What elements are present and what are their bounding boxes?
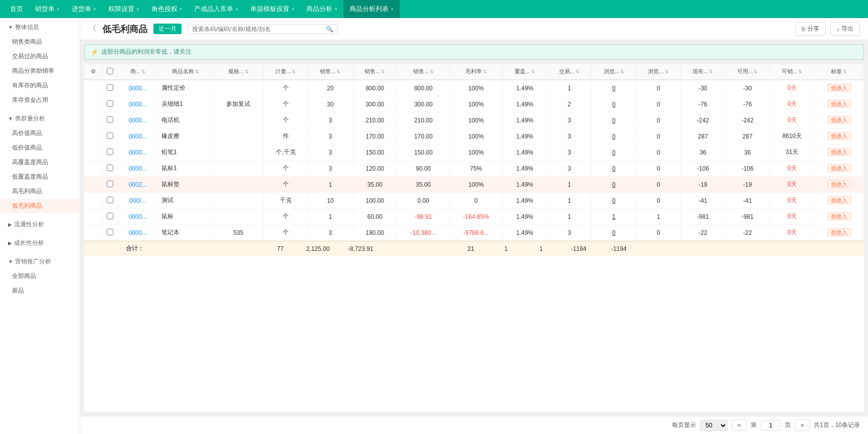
sidebar-item-category-sales[interactable]: 商品分类助销率 (0, 64, 80, 78)
row-checkbox[interactable] (107, 197, 113, 203)
nav-sales-order[interactable]: 销货单 × (29, 0, 66, 18)
cell-coverage: 1.49% (502, 161, 547, 177)
sidebar-item-high-coverage[interactable]: 高覆盖度商品 (0, 155, 80, 170)
sidebar-group-marketing[interactable]: ▼ 营销推广分析 (0, 254, 80, 269)
cell-available: 287 (725, 128, 770, 144)
cell-gross-margin: 100% (449, 177, 502, 193)
sidebar-item-stock-capital[interactable]: 库存资金占用 (0, 93, 80, 107)
header-actions: ⎘ 分享 ↓ 导出 (795, 22, 860, 36)
cell-gross-margin: 100% (449, 128, 502, 144)
cell-coverage: 1.49% (502, 193, 547, 209)
nav-product-stock[interactable]: 产成品入库单 × (188, 0, 244, 18)
page-header: 《 低毛利商品 近一月 🔍 ⎘ 分享 ↓ 导出 (80, 18, 868, 40)
col-sales-profit[interactable]: 销售...⇅ (397, 64, 449, 80)
export-button[interactable]: ↓ 导出 (830, 22, 860, 36)
sidebar-item-stocked-products[interactable]: 有库存的商品 (0, 78, 80, 93)
settings-icon[interactable]: ⚙ (91, 68, 96, 74)
next-page-btn[interactable]: ＞ (795, 419, 810, 431)
col-views2[interactable]: 浏览...⇅ (636, 64, 681, 80)
cell-current-stock: -30 (680, 80, 725, 96)
row-checkbox[interactable] (107, 84, 113, 91)
nav-close-icon[interactable]: × (291, 7, 294, 12)
search-input[interactable] (192, 26, 326, 33)
col-available[interactable]: 可用...⇅ (725, 64, 770, 80)
col-transactions[interactable]: 交易...⇅ (547, 64, 592, 80)
prev-page-btn[interactable]: ＜ (732, 419, 747, 431)
table-footer: 合计： 77 2,125.00 -8,723.91 21 1 1 -1194 -… (84, 241, 864, 256)
nav-home[interactable]: 首页 (4, 0, 29, 18)
page-size-select[interactable]: 50 20 100 (700, 420, 728, 431)
cell-sales-qty: 3 (308, 128, 353, 144)
cell-unit: 个 (263, 161, 308, 177)
col-coverage[interactable]: 覆盖...⇅ (502, 64, 547, 80)
row-checkbox[interactable] (107, 149, 113, 155)
col-spec[interactable]: 规格...⇅ (213, 64, 263, 80)
col-views1[interactable]: 浏览...⇅ (592, 64, 636, 80)
sidebar-group-overview[interactable]: ▼ 整体信息 (0, 20, 80, 35)
table-row: 0000... 笔记本 535 个 3 180.00 -10,380... -5… (84, 225, 864, 241)
sidebar-item-low-coverage[interactable]: 低覆盖度商品 (0, 170, 80, 184)
col-unit[interactable]: 计量...⇅ (263, 64, 308, 80)
cell-settings (84, 112, 102, 128)
search-icon[interactable]: 🔍 (326, 26, 333, 33)
cell-spec: 参加复试 (213, 96, 263, 112)
col-sales-price[interactable]: 销售...⇅ (353, 64, 397, 80)
select-all-checkbox[interactable] (107, 68, 113, 74)
nav-close-icon[interactable]: × (57, 7, 60, 12)
date-filter-btn[interactable]: 近一月 (153, 24, 182, 34)
sidebar-item-high-margin[interactable]: 高毛利商品 (0, 184, 80, 199)
nav-role-auth[interactable]: 角色授权 × (145, 0, 189, 18)
cell-sales-qty: 1 (308, 177, 353, 193)
cell-views1: 0 (592, 128, 636, 144)
sidebar-item-sales-products[interactable]: 销售类商品 (0, 35, 80, 49)
page-number-input[interactable] (761, 420, 781, 430)
sidebar-group-cluster[interactable]: ▼ 类群量分析 (0, 111, 80, 126)
collapse-sidebar-btn[interactable]: 《 (88, 24, 96, 34)
nav-close-icon[interactable]: × (180, 7, 183, 12)
col-saleable[interactable]: 可销...⇅ (770, 64, 814, 80)
col-code[interactable]: 商...⇅ (117, 64, 158, 80)
col-sales-qty[interactable]: 销售...⇅ (308, 64, 353, 80)
col-gross-margin[interactable]: 毛利率⇅ (449, 64, 502, 80)
nav-close-icon[interactable]: × (93, 7, 96, 12)
col-current-stock[interactable]: 现有...⇅ (680, 64, 725, 80)
col-name[interactable]: 商品名称⇅ (158, 64, 214, 80)
row-checkbox[interactable] (107, 100, 113, 107)
cell-unit: 个 (263, 96, 308, 112)
cell-views2: 0 (636, 96, 681, 112)
nav-template-settings[interactable]: 单据模板设置 × (244, 0, 300, 18)
nav-product-analysis-list[interactable]: 商品分析列表 × (343, 0, 400, 18)
cell-views1: 0 (592, 144, 636, 161)
nav-close-icon[interactable]: × (334, 7, 337, 12)
data-table: ⚙ 商...⇅ 商品名称⇅ 规格...⇅ 计量...⇅ 销售...⇅ 销售...… (84, 64, 864, 241)
nav-close-icon[interactable]: × (391, 7, 394, 12)
row-checkbox[interactable] (107, 229, 113, 235)
nav-purchase-order[interactable]: 进货单 × (66, 0, 102, 18)
sidebar-group-liquidity[interactable]: ▶ 流通性分析 (0, 217, 80, 232)
sidebar-item-traded-products[interactable]: 交易过的商品 (0, 49, 80, 64)
row-checkbox[interactable] (107, 213, 113, 219)
cell-views2: 0 (636, 177, 681, 193)
cell-checkbox (102, 209, 117, 225)
row-checkbox[interactable] (107, 165, 113, 171)
nav-close-icon[interactable]: × (235, 7, 238, 12)
nav-close-icon[interactable]: × (136, 7, 139, 12)
cell-settings (84, 128, 102, 144)
table-row: 0000... 电话机 个 3 210.00 210.00 100% 1.49%… (84, 112, 864, 128)
cell-unit: 个 (263, 177, 308, 193)
share-button[interactable]: ⎘ 分享 (795, 22, 826, 36)
sidebar-item-new-products[interactable]: 新品 (0, 283, 80, 298)
row-checkbox[interactable] (107, 181, 113, 187)
nav-permission-settings[interactable]: 权限设置 × (102, 0, 145, 18)
nav-product-analysis[interactable]: 商品分析 × (300, 0, 343, 18)
row-checkbox[interactable] (107, 132, 113, 139)
sidebar-item-all-products[interactable]: 全部商品 (0, 269, 80, 283)
sidebar-group-growth[interactable]: ▶ 成长性分析 (0, 236, 80, 250)
col-settings[interactable]: ⚙ (84, 64, 102, 80)
sidebar-item-low-value[interactable]: 低价值商品 (0, 140, 80, 155)
sidebar-item-high-value[interactable]: 高价值商品 (0, 126, 80, 140)
cell-transactions: 1 (547, 177, 592, 193)
col-tag[interactable]: 标签⇅ (814, 64, 864, 80)
sidebar-item-low-margin[interactable]: 低毛利商品 (0, 199, 80, 213)
row-checkbox[interactable] (107, 116, 113, 123)
